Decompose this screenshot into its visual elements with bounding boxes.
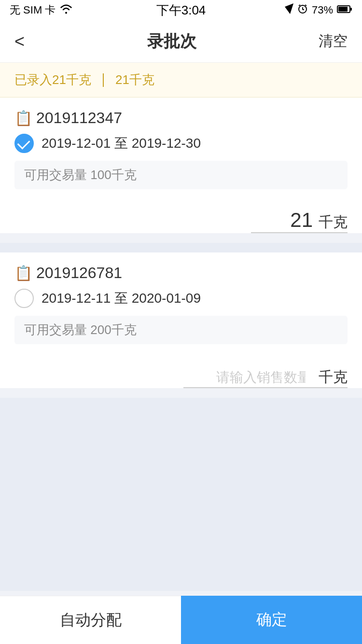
main-content: 📋 2019112347 2019-12-01 至 2019-12-30 可用交… xyxy=(0,98,362,639)
input-row-2: 千克 xyxy=(0,354,362,387)
batch-avail-box-1: 可用交易量 100千克 xyxy=(14,161,348,189)
wifi-icon xyxy=(59,3,73,17)
input-divider-2 xyxy=(183,387,348,388)
doc-icon-1: 📋 xyxy=(14,110,32,126)
batch-checkbox-2[interactable] xyxy=(14,289,34,308)
amount-row-1: 21 千克 xyxy=(0,199,362,232)
summary-recorded: 已录入21千克 xyxy=(14,71,91,88)
bottom-bar: 自动分配 确定 xyxy=(0,596,362,644)
quantity-input-2[interactable] xyxy=(216,364,313,387)
batch-date-row-2: 2019-12-11 至 2020-01-09 xyxy=(14,289,348,308)
batch-date-row-1: 2019-12-01 至 2019-12-30 xyxy=(14,134,348,153)
batch-id-row-2: 📋 2019126781 xyxy=(14,264,348,282)
batch-card-2: 📋 2019126781 2019-12-11 至 2020-01-09 可用交… xyxy=(0,252,362,388)
battery-text: 73% xyxy=(312,4,333,16)
summary-divider xyxy=(103,73,104,87)
svg-line-4 xyxy=(299,5,300,6)
summary-bar: 已录入21千克 21千克 xyxy=(0,63,362,98)
svg-rect-8 xyxy=(350,8,352,11)
confirm-button[interactable]: 确定 xyxy=(181,596,362,644)
batch-id-1: 2019112347 xyxy=(36,109,122,127)
batch-card-1: 📋 2019112347 2019-12-01 至 2019-12-30 可用交… xyxy=(0,98,362,233)
amount-value-1: 21 xyxy=(290,209,313,232)
batch-avail-text-2: 可用交易量 200千克 xyxy=(24,322,137,337)
batch-avail-box-2: 可用交易量 200千克 xyxy=(14,316,348,344)
status-time: 下午3:04 xyxy=(156,2,206,19)
svg-rect-7 xyxy=(338,7,348,12)
batch-date-1: 2019-12-01 至 2019-12-30 xyxy=(42,134,201,153)
svg-line-5 xyxy=(305,5,306,6)
empty-area xyxy=(0,398,362,591)
nav-bar: < 录批次 清空 xyxy=(0,20,362,63)
amount-divider-1 xyxy=(251,232,348,233)
batch-id-row-1: 📋 2019112347 xyxy=(14,109,348,127)
batch-checkbox-1[interactable] xyxy=(14,134,34,153)
batch-card-1-inner: 📋 2019112347 2019-12-01 至 2019-12-30 可用交… xyxy=(0,98,362,189)
card-separator-1 xyxy=(0,243,362,252)
status-right: 73% xyxy=(285,3,352,17)
amount-unit-1: 千克 xyxy=(319,212,348,232)
batch-id-2: 2019126781 xyxy=(36,264,122,282)
batch-avail-text-1: 可用交易量 100千克 xyxy=(24,168,137,182)
batch-card-2-inner: 📋 2019126781 2019-12-11 至 2020-01-09 可用交… xyxy=(0,252,362,344)
back-button[interactable]: < xyxy=(14,31,25,52)
status-bar: 无 SIM 卡 下午3:04 73% xyxy=(0,0,362,20)
clear-button[interactable]: 清空 xyxy=(319,31,348,51)
no-sim-text: 无 SIM 卡 xyxy=(10,3,56,17)
auto-distribute-button[interactable]: 自动分配 xyxy=(0,596,181,644)
location-icon xyxy=(285,3,293,17)
alarm-icon xyxy=(297,3,308,17)
svg-marker-0 xyxy=(285,3,293,14)
status-left: 无 SIM 卡 xyxy=(10,3,73,17)
page-title: 录批次 xyxy=(147,30,196,53)
input-unit-2: 千克 xyxy=(319,367,348,387)
summary-value: 21千克 xyxy=(115,71,154,88)
batch-date-2: 2019-12-11 至 2020-01-09 xyxy=(42,289,201,308)
doc-icon-2: 📋 xyxy=(14,265,32,281)
battery-icon xyxy=(337,4,352,16)
